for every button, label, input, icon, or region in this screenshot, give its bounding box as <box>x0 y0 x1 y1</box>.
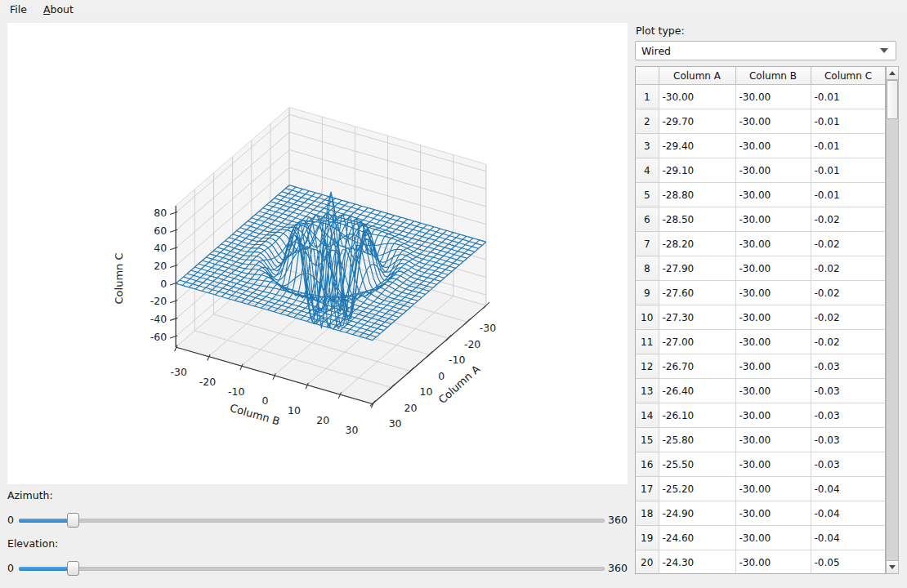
menu-item-file[interactable]: File <box>2 2 35 17</box>
cell[interactable]: -30.00 <box>735 379 811 403</box>
cell[interactable]: -0.03 <box>811 379 886 403</box>
row-number[interactable]: 8 <box>636 256 659 281</box>
cell[interactable]: -30.00 <box>735 256 811 281</box>
elevation-slider[interactable]: 0 360 <box>0 560 633 577</box>
cell[interactable]: -0.04 <box>811 477 886 501</box>
row-number[interactable]: 5 <box>636 183 659 207</box>
column-header-a[interactable]: Column A <box>659 67 735 85</box>
row-number[interactable]: 12 <box>636 354 659 379</box>
cell[interactable]: -24.60 <box>659 526 735 550</box>
cell[interactable]: -27.00 <box>659 330 735 354</box>
cell[interactable]: -0.02 <box>811 207 886 232</box>
scrollbar-thumb[interactable] <box>887 80 898 119</box>
row-number[interactable]: 20 <box>636 550 659 575</box>
cell[interactable]: -29.10 <box>659 158 735 183</box>
row-number[interactable]: 1 <box>636 85 659 109</box>
cell[interactable]: -0.02 <box>811 281 886 305</box>
cell[interactable]: -0.01 <box>811 134 886 158</box>
cell[interactable]: -30.00 <box>735 305 811 330</box>
row-number[interactable]: 6 <box>636 207 659 232</box>
cell[interactable]: -30.00 <box>735 85 811 109</box>
cell[interactable]: -0.04 <box>811 501 886 526</box>
cell[interactable]: -0.02 <box>811 256 886 281</box>
z-tick-label: 40 <box>154 242 167 254</box>
elevation-slider-handle[interactable] <box>67 561 79 576</box>
row-number[interactable]: 4 <box>636 158 659 183</box>
cell[interactable]: -30.00 <box>735 354 811 379</box>
cell[interactable]: -30.00 <box>735 281 811 305</box>
cell[interactable]: -27.90 <box>659 256 735 281</box>
cell[interactable]: -0.03 <box>811 452 886 477</box>
cell[interactable]: -30.00 <box>735 526 811 550</box>
cell[interactable]: -30.00 <box>659 85 735 109</box>
cell[interactable]: -0.03 <box>811 354 886 379</box>
cell[interactable]: -26.10 <box>659 403 735 428</box>
table-corner-cell[interactable] <box>636 67 659 85</box>
cell[interactable]: -0.01 <box>811 85 886 109</box>
cell[interactable]: -0.03 <box>811 428 886 452</box>
cell[interactable]: -0.01 <box>811 158 886 183</box>
row-number[interactable]: 19 <box>636 526 659 550</box>
data-table-container[interactable]: Column A Column B Column C 1-30.00-30.00… <box>635 66 886 574</box>
cell[interactable]: -29.70 <box>659 109 735 134</box>
cell[interactable]: -30.00 <box>735 158 811 183</box>
row-number[interactable]: 11 <box>636 330 659 354</box>
azimuth-slider[interactable]: 0 360 <box>0 512 633 528</box>
cell[interactable]: -24.30 <box>659 550 735 575</box>
cell[interactable]: -0.01 <box>811 109 886 134</box>
cell[interactable]: -30.00 <box>735 550 811 575</box>
cell[interactable]: -0.02 <box>811 305 886 330</box>
azimuth-slider-handle[interactable] <box>67 513 79 528</box>
cell[interactable]: -25.50 <box>659 452 735 477</box>
cell[interactable]: -26.70 <box>659 354 735 379</box>
cell[interactable]: -28.20 <box>659 232 735 256</box>
column-header-b[interactable]: Column B <box>735 67 811 85</box>
cell[interactable]: -30.00 <box>735 207 811 232</box>
row-number[interactable]: 18 <box>636 501 659 526</box>
cell[interactable]: -27.30 <box>659 305 735 330</box>
row-number[interactable]: 10 <box>636 305 659 330</box>
elevation-slider-track[interactable] <box>19 567 605 571</box>
x-tick-label: -20 <box>199 376 216 388</box>
cell[interactable]: -28.80 <box>659 183 735 207</box>
azimuth-slider-track[interactable] <box>19 519 605 523</box>
row-number[interactable]: 15 <box>636 428 659 452</box>
row-number[interactable]: 14 <box>636 403 659 428</box>
cell[interactable]: -0.01 <box>811 183 886 207</box>
cell[interactable]: -25.80 <box>659 428 735 452</box>
cell[interactable]: -30.00 <box>735 452 811 477</box>
cell[interactable]: -30.00 <box>735 477 811 501</box>
column-header-c[interactable]: Column C <box>811 67 886 85</box>
cell[interactable]: -27.60 <box>659 281 735 305</box>
cell[interactable]: -28.50 <box>659 207 735 232</box>
cell[interactable]: -0.02 <box>811 330 886 354</box>
cell[interactable]: -30.00 <box>735 232 811 256</box>
cell[interactable]: -30.00 <box>735 403 811 428</box>
cell[interactable]: -30.00 <box>735 183 811 207</box>
row-number[interactable]: 3 <box>636 134 659 158</box>
cell[interactable]: -0.05 <box>811 550 886 575</box>
plot-type-combobox[interactable]: Wired <box>635 41 896 60</box>
scrollbar-down-button[interactable] <box>887 560 898 573</box>
cell[interactable]: -0.04 <box>811 526 886 550</box>
table-vertical-scrollbar[interactable] <box>886 66 899 574</box>
row-number[interactable]: 17 <box>636 477 659 501</box>
cell[interactable]: -30.00 <box>735 330 811 354</box>
cell[interactable]: -30.00 <box>735 428 811 452</box>
cell[interactable]: -26.40 <box>659 379 735 403</box>
row-number[interactable]: 16 <box>636 452 659 477</box>
row-number[interactable]: 7 <box>636 232 659 256</box>
cell[interactable]: -30.00 <box>735 109 811 134</box>
cell[interactable]: -30.00 <box>735 134 811 158</box>
scrollbar-up-button[interactable] <box>887 67 898 80</box>
cell[interactable]: -0.02 <box>811 232 886 256</box>
row-number[interactable]: 9 <box>636 281 659 305</box>
cell[interactable]: -25.20 <box>659 477 735 501</box>
menu-item-about[interactable]: About <box>35 2 82 17</box>
cell[interactable]: -30.00 <box>735 501 811 526</box>
cell[interactable]: -29.40 <box>659 134 735 158</box>
cell[interactable]: -24.90 <box>659 501 735 526</box>
row-number[interactable]: 13 <box>636 379 659 403</box>
row-number[interactable]: 2 <box>636 109 659 134</box>
cell[interactable]: -0.03 <box>811 403 886 428</box>
